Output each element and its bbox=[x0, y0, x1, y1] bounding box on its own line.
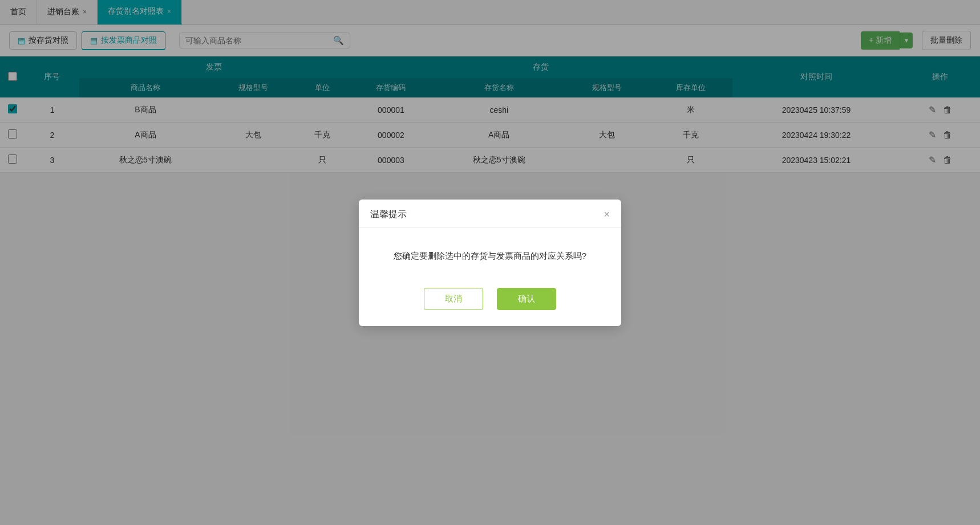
modal-overlay: 温馨提示 × 您确定要删除选中的存货与发票商品的对应关系吗? 取消 确认 bbox=[0, 0, 980, 173]
